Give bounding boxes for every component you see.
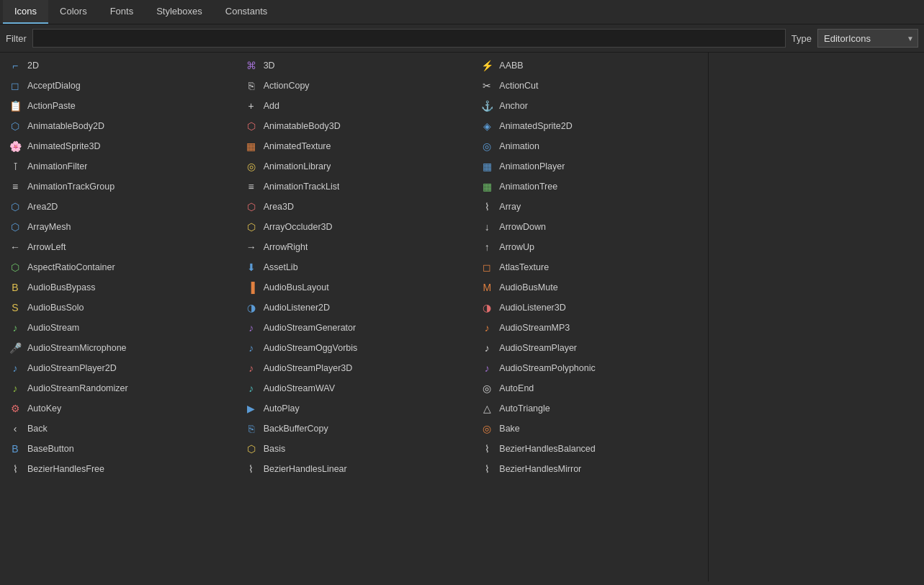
icon-item[interactable]: ♪AudioStreamPlayer3D — [236, 358, 472, 378]
icon-item[interactable]: ♪AudioStreamGenerator — [236, 318, 472, 338]
icon-item[interactable]: ⬡AspectRatioContainer — [0, 257, 236, 277]
icon-item[interactable]: ♪AudioStreamPlayer — [472, 338, 708, 358]
icon-item[interactable]: ⚙AutoKey — [0, 398, 236, 419]
icon-item[interactable]: →ArrowRight — [236, 237, 472, 257]
basis-icon: ⬡ — [245, 442, 258, 455]
icon-item[interactable]: ⌇Array — [472, 197, 708, 217]
icon-item[interactable]: BAudioBusBypass — [0, 277, 236, 298]
icon-item[interactable]: ▶AutoPlay — [236, 398, 472, 419]
assetlib-icon: ⬇ — [245, 261, 258, 274]
icon-item[interactable]: ⌇BezierHandlesFree — [0, 459, 236, 479]
icon-item[interactable]: ⬇AssetLib — [236, 257, 472, 277]
arrowup-icon: ↑ — [480, 241, 493, 254]
icon-item[interactable]: ⬡AnimatableBody2D — [0, 116, 236, 136]
actioncut-icon: ✂ — [480, 79, 493, 92]
audiostreammicrophone-icon: 🎤 — [9, 341, 22, 354]
add-icon: + — [245, 99, 258, 112]
icon-row: ⚙AutoKey▶AutoPlay△AutoTriangle — [0, 398, 708, 419]
icon-item[interactable]: ⬡Basis — [236, 439, 472, 459]
tab-icons[interactable]: Icons — [3, 0, 48, 24]
icon-item[interactable]: ⚓Anchor — [472, 96, 708, 116]
icon-item[interactable]: ⌘3D — [236, 55, 472, 76]
icon-item[interactable]: ⚡AABB — [472, 55, 708, 76]
icon-item[interactable]: ▦AnimatedTexture — [236, 136, 472, 156]
icon-item[interactable]: ♪AudioStreamRandomizer — [0, 378, 236, 398]
icon-label: AnimationTrackList — [264, 182, 340, 192]
icon-item[interactable]: ⌇BezierHandlesBalanced — [472, 439, 708, 459]
icon-label: ArrayOccluder3D — [264, 222, 333, 232]
icon-item[interactable]: +Add — [236, 96, 472, 116]
audiostreamrandomizer-icon: ♪ — [9, 382, 22, 395]
icon-item[interactable]: ⎘ActionCopy — [236, 76, 472, 96]
tab-fonts[interactable]: Fonts — [99, 0, 145, 24]
icon-item[interactable]: ⬡Area2D — [0, 197, 236, 217]
right-panel — [708, 53, 924, 581]
icon-item[interactable]: ≡AnimationTrackList — [236, 177, 472, 197]
icon-item[interactable]: ◑AudioListener3D — [472, 298, 708, 318]
icon-item[interactable]: ◎Animation — [472, 136, 708, 156]
icon-item[interactable]: ◈AnimatedSprite2D — [472, 116, 708, 136]
icon-item[interactable]: BBaseButton — [0, 439, 236, 459]
icon-item[interactable]: 🌸AnimatedSprite3D — [0, 136, 236, 156]
icon-item[interactable]: ♪AudioStream — [0, 318, 236, 338]
icon-item[interactable]: ⎘BackBufferCopy — [236, 419, 472, 439]
icon-item[interactable]: ◻AtlasTexture — [472, 257, 708, 277]
audiolistener3d-icon: ◑ — [480, 301, 493, 314]
icon-item[interactable]: ⊺AnimationFilter — [0, 156, 236, 177]
2d-icon: ⌐ — [9, 59, 22, 72]
animationplayer-icon: ▦ — [480, 160, 493, 173]
type-select[interactable]: EditorIconsThemeProject — [817, 29, 918, 48]
icon-item[interactable]: ♪AudioStreamOggVorbis — [236, 338, 472, 358]
area3d-icon: ⬡ — [245, 200, 258, 213]
icon-row: ⬡AspectRatioContainer⬇AssetLib◻AtlasText… — [0, 257, 708, 277]
icon-item[interactable]: ◎AnimationLibrary — [236, 156, 472, 177]
icon-item[interactable]: ♪AudioStreamPlayer2D — [0, 358, 236, 378]
icon-item[interactable]: MAudioBusMute — [472, 277, 708, 298]
icon-label: Animation — [499, 141, 539, 151]
icon-item[interactable]: SAudioBusSolo — [0, 298, 236, 318]
icon-label: Anchor — [499, 101, 528, 111]
basebutton-icon: B — [9, 442, 22, 455]
icon-label: AABB — [499, 61, 523, 71]
icon-item[interactable]: 🎤AudioStreamMicrophone — [0, 338, 236, 358]
icon-item[interactable]: ◎Bake — [472, 419, 708, 439]
tab-constants[interactable]: Constants — [214, 0, 279, 24]
icon-item[interactable]: △AutoTriangle — [472, 398, 708, 419]
tab-styleboxes[interactable]: Styleboxes — [145, 0, 214, 24]
icon-item[interactable]: ⬡Area3D — [236, 197, 472, 217]
icon-item[interactable]: ▐AudioBusLayout — [236, 277, 472, 298]
icon-item[interactable]: ≡AnimationTrackGroup — [0, 177, 236, 197]
icon-item[interactable]: ✂ActionCut — [472, 76, 708, 96]
icon-item[interactable]: ▦AnimationTree — [472, 177, 708, 197]
icon-item[interactable]: ◻AcceptDialog — [0, 76, 236, 96]
icon-label: AudioStream — [27, 323, 79, 333]
icon-item[interactable]: ◑AudioListener2D — [236, 298, 472, 318]
icon-item[interactable]: ♪AudioStreamMP3 — [472, 318, 708, 338]
icon-item[interactable]: ▦AnimationPlayer — [472, 156, 708, 177]
icon-item[interactable]: ⬡ArrayMesh — [0, 217, 236, 237]
audiolistener2d-icon: ◑ — [245, 301, 258, 314]
icon-item[interactable]: ◎AutoEnd — [472, 378, 708, 398]
autokey-icon: ⚙ — [9, 402, 22, 415]
icon-item[interactable]: ⌐2D — [0, 55, 236, 76]
icon-item[interactable]: ←ArrowLeft — [0, 237, 236, 257]
icon-item[interactable]: ⌇BezierHandlesLinear — [236, 459, 472, 479]
icon-label: AudioStreamRandomizer — [27, 383, 128, 393]
icon-item[interactable]: ♪AudioStreamPolyphonic — [472, 358, 708, 378]
filter-input[interactable] — [32, 29, 786, 48]
icon-item[interactable]: ⌇BezierHandlesMirror — [472, 459, 708, 479]
icon-item[interactable]: ⬡AnimatableBody3D — [236, 116, 472, 136]
animationfilter-icon: ⊺ — [9, 160, 22, 173]
icon-item[interactable]: 📋ActionPaste — [0, 96, 236, 116]
icon-item[interactable]: ♪AudioStreamWAV — [236, 378, 472, 398]
icon-label: BaseButton — [27, 444, 74, 454]
tab-colors[interactable]: Colors — [48, 0, 99, 24]
icon-item[interactable]: ↓ArrowDown — [472, 217, 708, 237]
type-select-wrapper: EditorIconsThemeProject ▼ — [817, 29, 918, 48]
icon-item[interactable]: ‹Back — [0, 419, 236, 439]
area2d-icon: ⬡ — [9, 200, 22, 213]
icon-item[interactable]: ⬡ArrayOccluder3D — [236, 217, 472, 237]
icon-item[interactable]: ↑ArrowUp — [472, 237, 708, 257]
animatedtexture-icon: ▦ — [245, 140, 258, 153]
audiostreamplayer-icon: ♪ — [480, 341, 493, 354]
